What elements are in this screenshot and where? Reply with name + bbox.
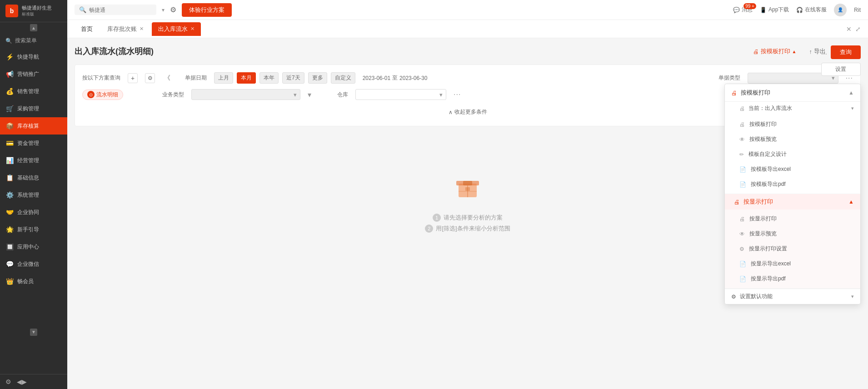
display-print-icon: 🖨	[739, 216, 745, 222]
settings-icon[interactable]: ⚙	[5, 378, 11, 385]
sidebar-item-apps[interactable]: 🔲 应用中心	[0, 238, 67, 255]
topbar-messages[interactable]: 💬 消息 99 +	[733, 6, 753, 14]
sidebar-scroll-up[interactable]: ▲	[30, 24, 37, 31]
dropdown-display-print-header[interactable]: 🖨 按显示打印 ▲	[725, 194, 860, 209]
sidebar-search[interactable]: 🔍 搜索菜单	[0, 33, 67, 48]
collapse-sidebar-icon[interactable]: ◀▶	[17, 378, 27, 385]
phone-icon: 📱	[760, 7, 767, 13]
topbar-search-box[interactable]: 🔍	[75, 5, 156, 15]
dropdown-header[interactable]: 🖨 按模板打印 ▲	[725, 84, 860, 102]
warehouse-select-wrap[interactable]	[355, 89, 446, 100]
wechat-icon: 💬	[5, 260, 14, 268]
template-excel-icon: 📄	[739, 166, 746, 173]
export-icon: ↑	[809, 48, 813, 55]
dropdown-template-print-item[interactable]: 🖨 按模板打印	[725, 117, 860, 132]
topbar-gear-icon[interactable]: ⚙	[170, 5, 176, 14]
sidebar-item-finance[interactable]: 💳 资金管理	[0, 135, 67, 152]
dropdown-header-chevron-icon[interactable]: ▲	[848, 90, 854, 96]
sidebar: b 畅捷通好生意 标准版 ▲ 🔍 搜索菜单 ⚡ 快捷导航 📢 营销推广 💰 销售…	[0, 0, 67, 389]
date-this-year-btn[interactable]: 本年	[259, 72, 279, 84]
sidebar-item-system[interactable]: ⚙️ 系统管理	[0, 186, 67, 204]
tab-home[interactable]: 首页	[75, 22, 99, 36]
tab-inventory-batch-close-icon[interactable]: ✕	[140, 26, 144, 32]
topbar-search-input[interactable]	[89, 7, 144, 13]
sidebar-item-basic[interactable]: 📋 基础信息	[0, 169, 67, 186]
industry-solution-button[interactable]: 体验行业方案	[182, 3, 232, 17]
warehouse-label: 仓库	[337, 91, 348, 99]
warehouse-input[interactable]	[355, 89, 446, 100]
dropdown-display-pdf-item[interactable]: 📄 按显示导出pdf	[725, 271, 860, 286]
finance-icon: 💳	[5, 139, 14, 147]
business-type-select-wrap[interactable]	[191, 89, 300, 100]
svg-rect-5	[465, 187, 470, 191]
topbar-online-service[interactable]: 🎧 在线客服	[796, 6, 827, 14]
dropdown-display-print-item[interactable]: 🖨 按显示打印	[725, 211, 860, 226]
date-last7-btn[interactable]: 近7天	[282, 72, 304, 84]
filter-collapse-button[interactable]: 《	[162, 73, 172, 83]
main-area: 🔍 ▾ ⚙ 体验行业方案 💬 消息 99 + 📱 App下载 🎧 在线客服 👤	[67, 0, 868, 389]
app-edition: 标准版	[22, 11, 52, 17]
dropdown-display-excel-item[interactable]: 📄 按显示导出excel	[725, 256, 860, 271]
query-button[interactable]: 查询	[831, 45, 861, 59]
close-all-tabs-icon[interactable]: ✕	[846, 25, 852, 33]
dropdown-display-section: 🖨 按显示打印 👁 按显示预览 ⚙ 按显示打印设置 📄 按显示导出excel 📄	[725, 209, 860, 289]
empty-hint-2: 2 用[筛选]条件来缩小分析范围	[425, 224, 510, 233]
page-content: 出入库流水(流水明细) 🖨 按模板打印 ▲ ↑ 导出 ↺ 刷新	[67, 38, 868, 389]
dropdown-template-preview-item[interactable]: 👁 按模板预览	[725, 132, 860, 147]
dropdown-template-pdf-item[interactable]: 📄 按模板导出pdf	[725, 177, 860, 192]
dropdown-template-design-item[interactable]: ✏ 模板自定义设计	[725, 147, 860, 162]
tab-flow-detail-close-icon[interactable]: ✕	[190, 26, 195, 32]
sidebar-item-inventory[interactable]: 📦 库存核算	[0, 117, 67, 135]
toolbar-more-icon[interactable]: ...	[821, 48, 827, 56]
message-icon: 💬	[733, 7, 740, 13]
topbar-search-chevron-icon[interactable]: ▾	[162, 7, 165, 13]
display-print-header-left: 🖨 按显示打印	[734, 198, 773, 206]
dropdown-display-settings-item[interactable]: ⚙ 按显示打印设置	[725, 241, 860, 256]
date-range-display: 2023-06-01 至 2023-06-30	[363, 74, 428, 82]
business-type-more-icon[interactable]: ▾	[308, 90, 312, 99]
display-preview-icon: 👁	[739, 231, 745, 237]
sidebar-item-quick-nav[interactable]: ⚡ 快捷导航	[0, 48, 67, 65]
topbar-app-download[interactable]: 📱 App下载	[760, 6, 789, 14]
dropdown-set-default-button[interactable]: ⚙ 设置默认功能 ▾	[725, 289, 860, 304]
date-last-month-btn[interactable]: 上月	[214, 72, 233, 84]
business-type-select[interactable]	[191, 89, 300, 100]
topbar-avatar[interactable]: 👤	[834, 4, 847, 16]
dropdown-display-preview-item[interactable]: 👁 按显示预览	[725, 226, 860, 241]
maximize-icon[interactable]: ⤢	[855, 25, 861, 33]
date-custom-btn[interactable]: 自定义	[331, 72, 355, 84]
dropdown-template-excel-item[interactable]: 📄 按模板导出excel	[725, 162, 860, 177]
operations-icon: 📊	[5, 156, 14, 165]
sidebar-item-sales[interactable]: 💰 销售管理	[0, 83, 67, 100]
dropdown-current-selection[interactable]: 🖨 当前：出入库流水 ▾	[725, 102, 860, 115]
tab-inventory-batch[interactable]: 库存批次账 ✕	[101, 22, 150, 36]
sidebar-item-marketing[interactable]: 📢 营销推广	[0, 65, 67, 83]
template-print-button[interactable]: 🖨 按模板打印 ▲	[749, 45, 800, 57]
flow-detail-tag: ⊙ 流水明细	[82, 90, 123, 100]
app-title: 畅捷通好生意	[22, 5, 52, 11]
template-pdf-icon: 📄	[739, 181, 746, 188]
settings-button[interactable]: 设置	[821, 63, 861, 76]
hint-num-2: 2	[425, 224, 433, 233]
filter-settings-button[interactable]: ⚙	[145, 73, 155, 83]
message-badge: 99 +	[743, 3, 756, 9]
sidebar-item-cooperation[interactable]: 🤝 企业协同	[0, 204, 67, 221]
display-pdf-icon: 📄	[739, 276, 746, 282]
display-settings-icon: ⚙	[739, 246, 744, 252]
tab-flow-detail[interactable]: 出入库流水 ✕	[152, 22, 201, 36]
date-more-btn[interactable]: 更多	[308, 72, 327, 84]
flow-tag-icon: ⊙	[87, 91, 95, 98]
warehouse-more-icon[interactable]: ···	[454, 90, 461, 99]
sidebar-item-member[interactable]: 👑 畅会员	[0, 273, 67, 290]
date-this-month-btn[interactable]: 本月	[237, 72, 256, 84]
sidebar-item-operations[interactable]: 📊 经营管理	[0, 152, 67, 169]
sidebar-item-guide[interactable]: 🌟 新手引导	[0, 221, 67, 238]
sidebar-scroll-down[interactable]: ▼	[30, 329, 37, 336]
filter-date-group: 上月 本月 本年 近7天 更多 自定义 2023-06-01 至 2023-06…	[214, 72, 702, 84]
filter-add-button[interactable]: +	[128, 73, 138, 83]
dropdown-template-section: 🖨 按模板打印 👁 按模板预览 ✏ 模板自定义设计 📄 按模板导出excel 📄	[725, 115, 860, 194]
template-print-item-icon: 🖨	[739, 121, 745, 128]
sidebar-item-purchase[interactable]: 🛒 采购管理	[0, 100, 67, 117]
topbar: 🔍 ▾ ⚙ 体验行业方案 💬 消息 99 + 📱 App下载 🎧 在线客服 👤	[67, 0, 868, 20]
sidebar-item-wechat[interactable]: 💬 企业微信	[0, 255, 67, 273]
